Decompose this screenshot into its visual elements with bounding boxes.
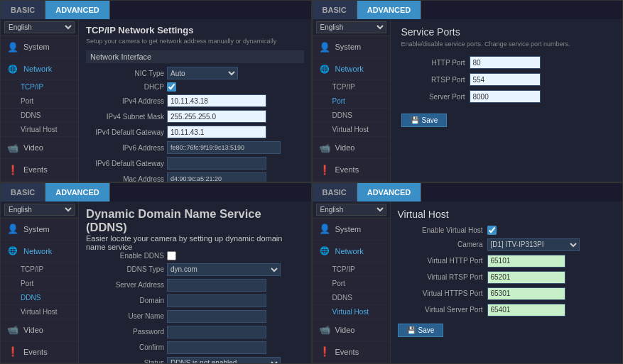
subitem-virtualhost[interactable]: Virtual Host: [1, 123, 78, 137]
subitem-ddns-ports[interactable]: DDNS: [313, 109, 390, 123]
input-camera[interactable]: [D1] ITV-IP313PI: [487, 238, 580, 251]
subitem-ddns-ddns[interactable]: DDNS: [1, 291, 78, 305]
sidebar-item-video-tcpip[interactable]: 📹 Video: [1, 137, 78, 159]
sidebar-item-video-ddns[interactable]: 📹 Video: [1, 319, 78, 341]
subitem-tcpip[interactable]: TCP/IP: [1, 80, 78, 94]
subitem-port-ddns[interactable]: Port: [1, 277, 78, 291]
events-icon-vh: ❗: [318, 346, 331, 358]
subitem-port[interactable]: Port: [1, 94, 78, 109]
tab-basic-ports[interactable]: BASIC: [313, 1, 357, 19]
tab-basic-ddns[interactable]: BASIC: [1, 183, 45, 202]
save-button-virtualhost[interactable]: 💾 Save: [398, 324, 444, 337]
input-mac[interactable]: [167, 172, 266, 182]
lang-select-virtualhost[interactable]: English: [313, 202, 390, 219]
input-ipv6-gw[interactable]: [167, 157, 266, 170]
sidebar-item-video-ports[interactable]: 📹 Video: [313, 137, 390, 159]
network-label-ports: Network: [335, 65, 364, 73]
subitem-port-vh[interactable]: Port: [313, 277, 390, 291]
sidebar-item-system-vh[interactable]: 👤 System: [313, 219, 390, 241]
subitem-tcpip-ddns[interactable]: TCP/IP: [1, 263, 78, 277]
row-status: Status DDNS is not enabled: [86, 357, 304, 364]
lang-select-ddns[interactable]: English: [1, 202, 78, 219]
row-enable-vh: Enable Virtual Host: [398, 226, 616, 235]
sidebar-item-system-tcpip[interactable]: 👤 System: [1, 36, 78, 58]
system-icon-tcpip: 👤: [6, 40, 19, 53]
input-ipv4[interactable]: [167, 94, 266, 107]
sidebar-item-network-tcpip[interactable]: 🌐 Network: [1, 58, 78, 80]
subitem-virtualhost-ports[interactable]: Virtual Host: [313, 123, 390, 137]
sidebar-item-events-vh[interactable]: ❗ Events: [313, 341, 390, 363]
input-rtsp-port[interactable]: [470, 73, 541, 86]
tab-advanced-ddns[interactable]: ADVANCED: [45, 183, 110, 202]
input-domain[interactable]: [167, 294, 266, 307]
input-vserver[interactable]: [487, 304, 565, 316]
sidebar-item-events-ports[interactable]: ❗ Events: [313, 159, 390, 181]
sidebar-item-storage-ddns[interactable]: 💾 Storage: [1, 363, 78, 364]
sidebar-item-events-ddns[interactable]: ❗ Events: [1, 341, 78, 363]
system-label-vh: System: [335, 225, 362, 233]
input-confirm[interactable]: [167, 341, 266, 354]
system-icon-vh: 👤: [318, 223, 331, 236]
row-enable-ddns: Enable DDNS: [86, 251, 304, 260]
sidebar-item-storage-tcpip[interactable]: 💾 Storage: [1, 181, 78, 182]
input-dhcp[interactable]: [167, 82, 176, 92]
sidebar-item-network-ddns[interactable]: 🌐 Network: [1, 241, 78, 263]
panel-ports: BASIC ADVANCED English 👤 System 🌐 Networ…: [312, 0, 624, 182]
video-icon-ports: 📹: [318, 141, 331, 154]
input-server-addr[interactable]: [167, 279, 266, 292]
save-button-ports[interactable]: 💾 Save: [401, 114, 448, 127]
input-subnet[interactable]: [167, 110, 266, 123]
label-server-port: Server Port: [401, 93, 465, 101]
video-label-ports: Video: [335, 143, 355, 152]
input-server-port[interactable]: [470, 90, 541, 103]
input-nic-type[interactable]: Auto: [167, 67, 238, 79]
input-password[interactable]: [167, 326, 266, 338]
events-label-ports: Events: [335, 165, 359, 174]
row-rtsp-port: RTSP Port: [401, 73, 612, 86]
input-username[interactable]: [167, 310, 266, 323]
label-rtsp-port: RTSP Port: [401, 76, 465, 84]
subitem-port-ports[interactable]: Port: [313, 94, 390, 109]
input-vhttps[interactable]: [487, 287, 565, 300]
input-enable-ddns[interactable]: [167, 251, 176, 260]
sidebar-item-storage-vh[interactable]: 💾 Storage: [313, 363, 390, 364]
input-vhttp[interactable]: [487, 255, 565, 268]
sidebar-item-network-ports[interactable]: 🌐 Network: [313, 58, 390, 80]
tab-advanced-virtualhost[interactable]: ADVANCED: [357, 183, 422, 202]
subitem-virtualhost-vh[interactable]: Virtual Host: [313, 305, 390, 319]
input-gateway[interactable]: [167, 126, 266, 138]
subitem-tcpip-ports[interactable]: TCP/IP: [313, 80, 390, 94]
input-ipv6[interactable]: [167, 141, 281, 154]
tab-basic-virtualhost[interactable]: BASIC: [313, 183, 357, 202]
section-network-interface: Network Interface: [86, 50, 304, 63]
subitem-ddns-vh[interactable]: DDNS: [313, 291, 390, 305]
tab-advanced-ports[interactable]: ADVANCED: [357, 1, 422, 19]
subitem-ddns[interactable]: DDNS: [1, 109, 78, 123]
input-ddns-type[interactable]: dyn.com: [167, 263, 281, 276]
sidebar-item-storage-ports[interactable]: 💾 Storage: [313, 181, 390, 182]
events-label-ddns: Events: [23, 348, 48, 356]
input-enable-vh[interactable]: [487, 226, 497, 235]
sidebar-item-network-vh[interactable]: 🌐 Network: [313, 241, 390, 263]
sidebar-ports: English 👤 System 🌐 Network TCP/IP Port D…: [313, 19, 391, 182]
lang-select-tcpip[interactable]: English: [1, 19, 78, 36]
subitem-tcpip-vh[interactable]: TCP/IP: [313, 263, 390, 277]
panel-tcpip: BASIC ADVANCED English 👤 System 🌐 Networ…: [0, 0, 312, 182]
lang-select-ports[interactable]: English: [313, 19, 390, 36]
row-mac: Mac Address: [86, 172, 304, 182]
sidebar-item-system-ports[interactable]: 👤 System: [313, 36, 390, 58]
tab-basic-tcpip[interactable]: BASIC: [1, 1, 45, 19]
input-http-port[interactable]: [470, 56, 541, 69]
sidebar-item-video-vh[interactable]: 📹 Video: [313, 319, 390, 341]
tab-advanced-tcpip[interactable]: ADVANCED: [45, 1, 110, 19]
system-icon-ports: 👤: [318, 40, 331, 53]
language-dropdown-ddns[interactable]: English: [4, 204, 75, 216]
language-dropdown-ports[interactable]: English: [316, 21, 386, 33]
input-vrtsp[interactable]: [487, 271, 565, 284]
sidebar-item-events-tcpip[interactable]: ❗ Events: [1, 159, 78, 181]
subitem-virtualhost-ddns[interactable]: Virtual Host: [1, 305, 78, 319]
language-dropdown-tcpip[interactable]: English: [4, 21, 75, 33]
language-dropdown-virtualhost[interactable]: English: [316, 204, 386, 216]
input-status[interactable]: DDNS is not enabled: [167, 357, 281, 364]
sidebar-item-system-ddns[interactable]: 👤 System: [1, 219, 78, 241]
